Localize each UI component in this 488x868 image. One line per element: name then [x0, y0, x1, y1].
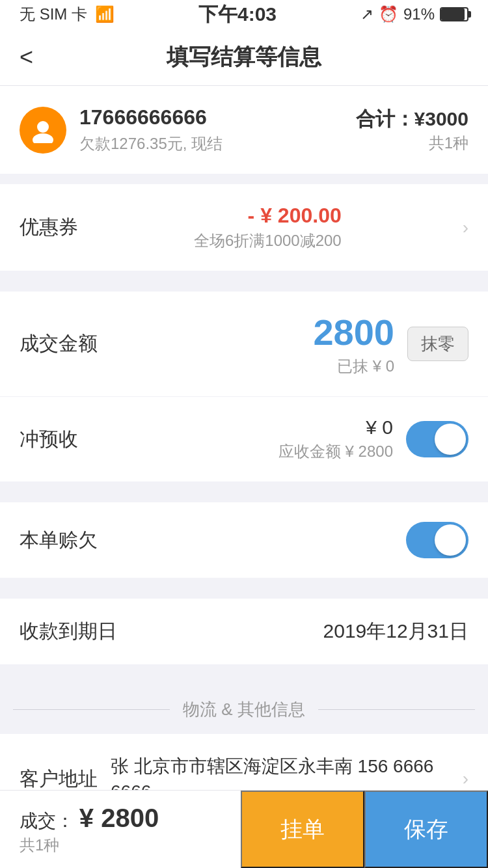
customer-right: 合计：¥3000 共1种 [356, 106, 468, 154]
nav-bar: < 填写结算等信息 [0, 29, 488, 86]
address-chevron: › [457, 768, 468, 789]
address-label: 客户地址 [20, 766, 98, 793]
deal-amount-row: 成交金额 2800 已抹 ¥ 0 抹零 [0, 292, 488, 396]
coupon-row[interactable]: 优惠券 - ¥ 200.00 全场6折满1000减200 › [0, 184, 488, 271]
prepay-amount: ¥ 0 [278, 416, 393, 439]
debt-toggle[interactable] [406, 522, 468, 558]
main-content: 17666666666 欠款1276.35元, 现结 合计：¥3000 共1种 … [0, 86, 488, 868]
deal-right-group: 2800 已抹 ¥ 0 抹零 [313, 311, 468, 377]
section-gap-1 [0, 271, 488, 281]
bottom-actions: 挂单 保存 [241, 791, 488, 868]
customer-phone: 17666666666 [79, 105, 223, 129]
deal-sub: 已抹 ¥ 0 [313, 356, 394, 377]
prepay-right: ¥ 0 应收金额 ¥ 2800 [278, 416, 468, 462]
status-time: 下午4:03 [198, 1, 277, 28]
logistics-separator: 物流 & 其他信息 [0, 685, 488, 734]
carrier-text: 无 SIM 卡 [20, 4, 87, 25]
due-date-row: 收款到期日 2019年12月31日 [0, 599, 488, 664]
coupon-label: 优惠券 [20, 214, 78, 241]
deal-section: 成交金额 2800 已抹 ¥ 0 抹零 冲预收 ¥ 0 应收金额 ¥ 2800 [0, 292, 488, 481]
debt-toggle-knob [435, 524, 466, 556]
avatar [20, 107, 66, 154]
logistics-label: 物流 & 其他信息 [183, 698, 305, 721]
due-date-label: 收款到期日 [20, 618, 117, 645]
back-button[interactable]: < [20, 44, 33, 71]
save-button[interactable]: 保存 [364, 791, 488, 868]
bottom-deal-count: 共1种 [20, 835, 221, 856]
total-count: 共1种 [356, 133, 468, 154]
coupon-desc: 全场6折满1000减200 [194, 230, 342, 251]
prepay-sub: 应收金额 ¥ 2800 [278, 441, 393, 462]
svg-point-1 [33, 133, 53, 143]
alarm-icon: ⏰ [379, 5, 398, 23]
deal-amount-number: 2800 [313, 312, 394, 353]
prepay-toggle[interactable] [406, 421, 468, 457]
coupon-value: - ¥ 200.00 [194, 204, 342, 228]
prepay-values: ¥ 0 应收金额 ¥ 2800 [278, 416, 393, 462]
page-title: 填写结算等信息 [167, 42, 321, 72]
hang-order-button[interactable]: 挂单 [241, 791, 364, 868]
debt-row: 本单赊欠 [0, 502, 488, 578]
svg-point-0 [37, 121, 49, 133]
toggle-knob [435, 424, 466, 455]
coupon-section: 优惠券 - ¥ 200.00 全场6折满1000减200 › [0, 184, 488, 271]
bottom-deal-label: 成交： [20, 811, 74, 831]
bottom-info: 成交： ¥ 2800 共1种 [0, 804, 241, 856]
section-gap-4 [0, 664, 488, 675]
chevron-right-icon: › [463, 217, 468, 238]
address-chevron-icon: › [463, 768, 468, 789]
due-date-value: 2019年12月31日 [323, 618, 468, 645]
location-icon: ↗ [360, 5, 373, 23]
prepay-label: 冲预收 [20, 426, 78, 453]
section-gap-3 [0, 578, 488, 588]
bottom-deal-line: 成交： ¥ 2800 [20, 804, 221, 834]
debt-label: 本单赊欠 [20, 527, 98, 554]
customer-debt: 欠款1276.35元, 现结 [79, 133, 223, 154]
customer-info: 17666666666 欠款1276.35元, 现结 [79, 105, 223, 154]
status-right: ↗ ⏰ 91% [360, 5, 468, 23]
logistics-line-right [318, 709, 475, 710]
debt-section: 本单赊欠 [0, 502, 488, 578]
bottom-deal-amount: ¥ 2800 [79, 804, 159, 832]
coupon-right: - ¥ 200.00 全场6折满1000减200 [194, 204, 342, 251]
logistics-line-left [13, 709, 170, 710]
customer-card: 17666666666 欠款1276.35元, 现结 合计：¥3000 共1种 [0, 86, 488, 174]
round-zero-button[interactable]: 抹零 [407, 327, 468, 361]
battery-icon [440, 7, 468, 21]
deal-amount-label: 成交金额 [20, 331, 98, 357]
status-bar: 无 SIM 卡 📶 下午4:03 ↗ ⏰ 91% [0, 0, 488, 29]
date-section: 收款到期日 2019年12月31日 [0, 599, 488, 664]
battery-percent: 91% [403, 5, 435, 23]
prepay-row: 冲预收 ¥ 0 应收金额 ¥ 2800 [0, 396, 488, 481]
total-amount: 合计：¥3000 [356, 106, 468, 133]
bottom-bar: 成交： ¥ 2800 共1种 挂单 保存 [0, 790, 488, 868]
section-gap-2 [0, 481, 488, 492]
wifi-icon: 📶 [95, 5, 115, 23]
status-left: 无 SIM 卡 📶 [20, 4, 115, 25]
customer-left: 17666666666 欠款1276.35元, 现结 [20, 105, 223, 154]
